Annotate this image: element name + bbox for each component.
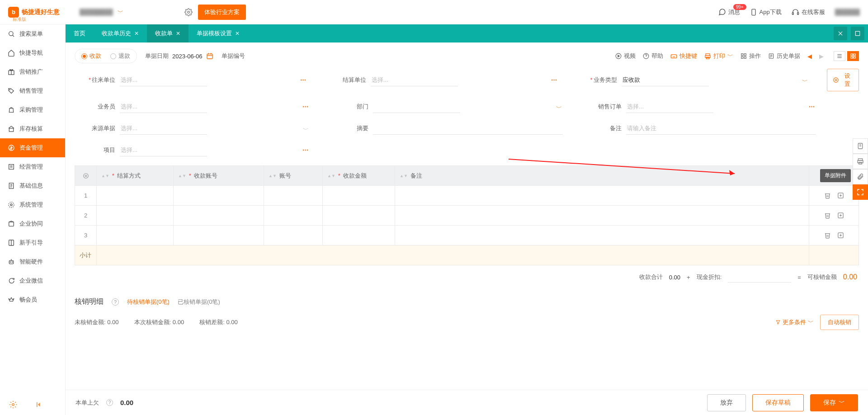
chevron-down-icon[interactable]: ﹀ bbox=[802, 77, 808, 85]
discount-input[interactable] bbox=[728, 272, 791, 283]
radio-receive[interactable]: 收款 bbox=[78, 51, 105, 61]
shortcut-button[interactable]: 快捷键 bbox=[670, 52, 697, 60]
collapse-icon[interactable] bbox=[35, 401, 43, 409]
tab-label: 首页 bbox=[74, 29, 85, 38]
radio-refund[interactable]: 退款 bbox=[107, 51, 134, 61]
sidebar-item-1[interactable]: 快捷导航 bbox=[0, 43, 65, 62]
settings-icon[interactable] bbox=[9, 401, 17, 409]
sort-icon[interactable]: ▲▼ bbox=[400, 174, 408, 178]
rail-fullscreen-icon[interactable] bbox=[853, 184, 868, 200]
sort-icon[interactable]: ▲▼ bbox=[269, 174, 277, 178]
trial-button[interactable]: 体验行业方案 bbox=[198, 5, 246, 20]
tab-0[interactable]: 首页 bbox=[66, 24, 94, 42]
digest-input[interactable] bbox=[373, 122, 563, 135]
add-icon[interactable] bbox=[837, 232, 844, 239]
rail-print-icon[interactable] bbox=[853, 154, 868, 169]
save-draft-button[interactable]: 保存草稿 bbox=[752, 394, 804, 411]
add-icon[interactable] bbox=[837, 212, 844, 219]
sidebar-item-10[interactable]: 企业协同 bbox=[0, 214, 65, 233]
add-icon[interactable] bbox=[837, 192, 844, 199]
chevron-down-icon: ﹀ bbox=[808, 318, 814, 326]
sort-icon[interactable]: ▲▼ bbox=[327, 174, 335, 178]
sidebar-item-9[interactable]: 系统管理 bbox=[0, 195, 65, 214]
sidebar-item-13[interactable]: 企业微信 bbox=[0, 271, 65, 290]
more-icon[interactable]: ⋯ bbox=[300, 76, 307, 83]
support-button[interactable]: 在线客服 bbox=[792, 8, 825, 16]
biztype-select[interactable] bbox=[622, 74, 709, 86]
this-label: 本次核销金额: bbox=[134, 319, 171, 325]
next-icon[interactable]: ▶ bbox=[819, 53, 824, 60]
tab-3[interactable]: 单据模板设置✕ bbox=[189, 24, 248, 42]
app-download-button[interactable]: App下载 bbox=[750, 8, 782, 16]
view-form-button[interactable] bbox=[847, 51, 859, 61]
tab-close-button[interactable] bbox=[834, 27, 847, 40]
more-conditions-button[interactable]: 更多条件﹀ bbox=[775, 318, 814, 326]
org-selector[interactable]: ████████ ﹀ bbox=[80, 8, 179, 16]
more-icon[interactable]: ⋯ bbox=[302, 103, 309, 110]
help-icon[interactable]: ? bbox=[106, 399, 113, 406]
delete-icon[interactable] bbox=[824, 212, 831, 219]
sidebar-item-14[interactable]: 畅会员 bbox=[0, 290, 65, 309]
project-input[interactable] bbox=[120, 144, 207, 156]
sidebar-item-2[interactable]: 营销推广 bbox=[0, 62, 65, 81]
save-button[interactable]: 保存﹀ bbox=[810, 394, 858, 411]
salesman-input[interactable] bbox=[120, 100, 207, 113]
video-button[interactable]: 视频 bbox=[615, 52, 636, 60]
view-list-button[interactable] bbox=[834, 51, 845, 61]
gear-icon[interactable] bbox=[83, 173, 89, 179]
dept-select[interactable] bbox=[373, 100, 460, 113]
sidebar-item-label: 新手引导 bbox=[19, 239, 43, 247]
writeoff-tab-pending[interactable]: 待核销单据(0笔) bbox=[127, 298, 170, 306]
col-account: 账号 bbox=[279, 172, 291, 180]
sidebar-item-4[interactable]: 采购管理 bbox=[0, 100, 65, 119]
auto-writeoff-button[interactable]: 自动核销 bbox=[820, 315, 859, 330]
user-avatar[interactable]: ██████ bbox=[835, 9, 860, 15]
close-icon[interactable]: ✕ bbox=[134, 30, 139, 37]
rail-draft-icon[interactable] bbox=[853, 138, 868, 154]
partner-input[interactable] bbox=[120, 74, 207, 86]
sidebar-item-3[interactable]: 销售管理 bbox=[0, 81, 65, 100]
delete-icon[interactable] bbox=[824, 232, 831, 239]
svg-rect-34 bbox=[207, 54, 212, 59]
writeoff-tab-done[interactable]: 已核销单据(0笔) bbox=[178, 298, 220, 306]
sidebar-item-11[interactable]: 新手引导 bbox=[0, 233, 65, 252]
settings-button[interactable]: 设置 bbox=[827, 69, 859, 91]
gear-icon[interactable] bbox=[184, 8, 193, 16]
help-icon[interactable]: ? bbox=[112, 298, 119, 306]
sidebar-item-7[interactable]: 经营管理 bbox=[0, 157, 65, 176]
print-button[interactable]: 打印﹀ bbox=[704, 52, 733, 60]
sort-icon[interactable]: ▲▼ bbox=[101, 174, 109, 178]
tab-2[interactable]: 收款单✕ bbox=[147, 24, 189, 42]
more-icon[interactable]: ⋯ bbox=[809, 103, 815, 110]
settle-input[interactable] bbox=[371, 74, 458, 86]
sidebar-item-0[interactable]: 搜索菜单 bbox=[0, 24, 65, 43]
delete-icon[interactable] bbox=[824, 192, 831, 199]
messages-button[interactable]: 消息 99+ bbox=[718, 8, 740, 16]
calendar-icon[interactable] bbox=[206, 52, 213, 60]
help-button[interactable]: 帮助 bbox=[643, 52, 663, 60]
sort-icon[interactable]: ▲▼ bbox=[178, 174, 186, 178]
ops-button[interactable]: 操作 bbox=[741, 52, 761, 60]
history-button[interactable]: 历史单据 bbox=[768, 52, 800, 60]
close-icon[interactable]: ✕ bbox=[235, 30, 240, 37]
order-input[interactable] bbox=[626, 100, 713, 113]
sidebar-item-8[interactable]: 基础信息 bbox=[0, 176, 65, 195]
tab-expand-button[interactable] bbox=[851, 27, 864, 40]
prev-icon[interactable]: ◀ bbox=[807, 53, 812, 60]
sidebar-item-12[interactable]: 智能硬件 bbox=[0, 252, 65, 271]
more-icon[interactable]: ⋯ bbox=[551, 76, 557, 83]
discard-button[interactable]: 放弃 bbox=[707, 394, 746, 411]
sidebar-item-6[interactable]: 资金管理 bbox=[0, 138, 65, 157]
tab-1[interactable]: 收款单历史✕ bbox=[94, 24, 147, 42]
more-icon[interactable]: ⋯ bbox=[302, 146, 309, 153]
sidebar-item-5[interactable]: 库存核算 bbox=[0, 119, 65, 138]
src-select[interactable] bbox=[120, 122, 207, 135]
doc-date-value[interactable]: 2023-06-06 bbox=[172, 53, 203, 60]
chevron-down-icon[interactable]: ﹀ bbox=[556, 104, 562, 112]
sidebar-item-label: 销售管理 bbox=[19, 87, 43, 95]
svg-rect-30 bbox=[37, 402, 38, 407]
chevron-down-icon[interactable]: ﹀ bbox=[303, 126, 309, 134]
close-icon[interactable]: ✕ bbox=[176, 30, 180, 37]
rail-attachment-icon[interactable] bbox=[853, 169, 868, 184]
remark-input[interactable] bbox=[626, 122, 816, 135]
